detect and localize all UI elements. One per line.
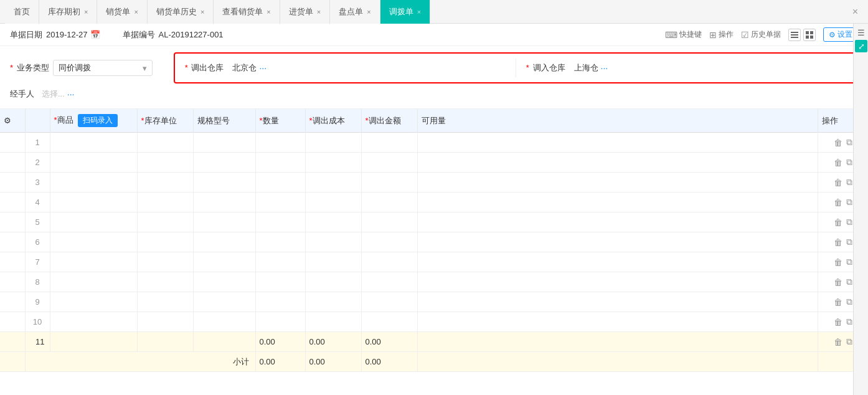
row-qty-cell[interactable] [255, 212, 305, 232]
copy-icon[interactable]: ⧉ [846, 137, 852, 148]
copy-icon[interactable]: ⧉ [846, 157, 852, 168]
delete-icon[interactable]: 🗑 [834, 138, 842, 148]
row-qty-cell[interactable] [255, 232, 305, 252]
row-amount-cell[interactable] [361, 312, 417, 332]
close-tab-sales-history[interactable]: × [200, 8, 204, 16]
window-close-button[interactable]: × [847, 6, 863, 17]
delete-icon[interactable]: 🗑 [834, 158, 842, 168]
shortcut-tool[interactable]: ⌨ 快捷键 [665, 29, 702, 40]
copy-icon[interactable]: ⧉ [846, 297, 852, 307]
copy-icon[interactable]: ⧉ [846, 257, 852, 267]
tab-inventory-count[interactable]: 盘点单 × [330, 0, 380, 24]
right-panel-list-icon[interactable]: ☰ [855, 26, 867, 39]
row-available-cell[interactable] [417, 272, 818, 292]
copy-icon[interactable]: ⧉ [846, 277, 852, 287]
row-product-cell[interactable] [50, 153, 137, 173]
copy-icon[interactable]: ⧉ [846, 237, 852, 247]
row-cost-cell[interactable] [305, 133, 361, 153]
row-qty-cell[interactable] [255, 173, 305, 193]
delete-icon[interactable]: 🗑 [834, 297, 842, 307]
row-amount-cell[interactable] [361, 193, 417, 212]
row-cost-cell[interactable] [305, 173, 361, 193]
row-available-cell[interactable] [417, 212, 818, 232]
row-unit-cell[interactable] [137, 312, 193, 332]
tab-sales-order[interactable]: 销货单 × [97, 0, 147, 24]
tab-purchase-order[interactable]: 进货单 × [280, 0, 330, 24]
delete-icon[interactable]: 🗑 [834, 317, 842, 327]
row-cost-cell[interactable] [305, 232, 361, 252]
row-product-cell[interactable] [50, 312, 137, 332]
layout-toggle-grid[interactable] [803, 29, 816, 41]
row-spec-cell[interactable] [193, 252, 255, 272]
row-product-cell[interactable] [50, 232, 137, 252]
row-available-cell[interactable] [417, 312, 818, 332]
row-unit-cell[interactable] [137, 133, 193, 153]
warehouse-out-more-icon[interactable]: ··· [259, 63, 267, 73]
close-tab-view-sales[interactable]: × [267, 8, 270, 16]
row-cost-cell[interactable] [305, 193, 361, 212]
row-unit-cell[interactable] [137, 272, 193, 292]
row-unit-cell[interactable] [137, 212, 193, 232]
row-unit-cell[interactable] [137, 252, 193, 272]
close-tab-sales-order[interactable]: × [134, 8, 138, 16]
row-cost-cell[interactable] [305, 272, 361, 292]
row-available-cell[interactable] [417, 173, 818, 193]
row-qty-cell[interactable] [255, 272, 305, 292]
tab-view-sales[interactable]: 查看销货单 × [214, 0, 280, 24]
date-value[interactable]: 2019-12-27 [46, 30, 88, 39]
row-qty-cell[interactable] [255, 292, 305, 312]
row-unit-cell[interactable] [137, 292, 193, 312]
row-amount-cell[interactable] [361, 292, 417, 312]
delete-icon[interactable]: 🗑 [834, 198, 842, 207]
row-spec-cell[interactable] [193, 133, 255, 153]
row-available-cell[interactable] [417, 252, 818, 272]
row-amount-cell[interactable] [361, 252, 417, 272]
row-available-cell[interactable] [417, 193, 818, 212]
row-unit-cell[interactable] [137, 153, 193, 173]
row-unit-cell[interactable] [137, 173, 193, 193]
copy-icon[interactable]: ⧉ [846, 217, 852, 227]
row-available-cell[interactable] [417, 232, 818, 252]
history-tool[interactable]: ☑ 历史单据 [741, 29, 781, 40]
row-unit-cell[interactable] [137, 193, 193, 212]
copy-icon[interactable]: ⧉ [846, 177, 852, 188]
row-product-cell[interactable] [50, 272, 137, 292]
row-amount-cell[interactable] [361, 272, 417, 292]
warehouse-in-value[interactable]: 上海仓 [574, 62, 598, 74]
row-available-cell[interactable] [417, 133, 818, 153]
row-product-cell[interactable] [50, 292, 137, 312]
close-tab-transfer-order[interactable]: × [417, 8, 421, 16]
row-product-cell[interactable] [50, 193, 137, 212]
row-product-cell[interactable] [50, 173, 137, 193]
row-qty-cell[interactable] [255, 312, 305, 332]
row-cost-cell[interactable] [305, 153, 361, 173]
row-product-cell[interactable] [50, 133, 137, 153]
row-amount-cell[interactable] [361, 173, 417, 193]
row-available-cell[interactable] [417, 292, 818, 312]
row-amount-cell[interactable] [361, 153, 417, 173]
row-spec-cell[interactable] [193, 173, 255, 193]
row-product-cell[interactable] [50, 212, 137, 232]
row-qty-cell[interactable] [255, 193, 305, 212]
row-spec-cell[interactable] [193, 292, 255, 312]
row-product-cell[interactable] [50, 252, 137, 272]
row-cost-cell[interactable] [305, 292, 361, 312]
row-amount-cell[interactable] [361, 212, 417, 232]
close-tab-inventory-init[interactable]: × [84, 8, 88, 16]
tab-transfer-order[interactable]: 调拨单 × [380, 0, 430, 24]
close-tab-purchase-order[interactable]: × [317, 8, 321, 16]
row-qty-cell[interactable] [255, 133, 305, 153]
col-settings-header[interactable]: ⚙ [0, 109, 25, 133]
row-amount-cell[interactable] [361, 232, 417, 252]
business-type-dropdown[interactable]: 同价调拨 ▾ [53, 60, 153, 76]
close-tab-inventory-count[interactable]: × [367, 8, 370, 16]
row-amount-cell[interactable] [361, 133, 417, 153]
row-qty-cell[interactable] [255, 153, 305, 173]
row-spec-cell[interactable] [193, 193, 255, 212]
row-cost-cell[interactable] [305, 252, 361, 272]
agent-more-icon[interactable]: ··· [67, 89, 75, 99]
row-spec-cell[interactable] [193, 212, 255, 232]
tab-sales-history[interactable]: 销货单历史 × [148, 0, 214, 24]
row-cost-cell[interactable] [305, 212, 361, 232]
row-cost-cell[interactable] [305, 312, 361, 332]
